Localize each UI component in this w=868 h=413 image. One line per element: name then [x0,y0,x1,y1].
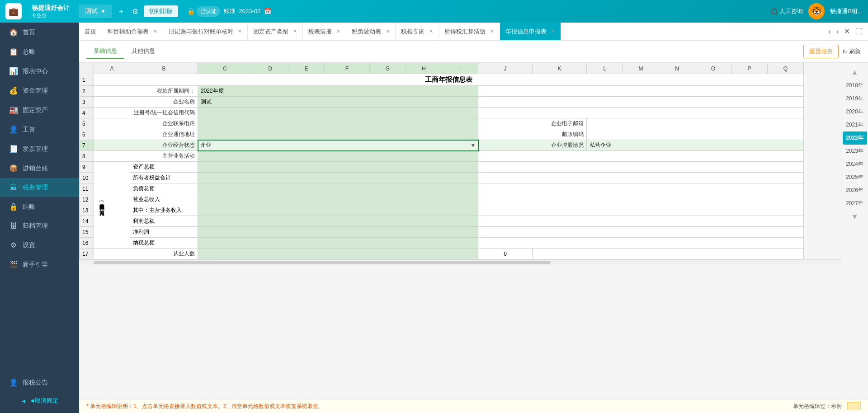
add-icon[interactable]: ＋ [116,5,127,18]
sidebar-item-finance[interactable]: 💰 资金管理 [0,81,79,100]
row13-value[interactable] [198,205,478,216]
row3-value[interactable]: 测试 [198,97,478,108]
service-btn[interactable]: 🎧 人工咨询 [770,7,803,15]
tab-home[interactable]: 首页 [79,23,102,40]
row7-dropdown-cell[interactable]: 开业 ▼ [198,140,478,151]
row15-value[interactable] [198,227,478,238]
tab-other[interactable]: 其他信息 [124,44,162,59]
tab-next-btn[interactable]: › [835,27,840,37]
tab-dropdown-arrow[interactable]: ▼ [100,8,106,14]
tab-close-tax_form[interactable]: ✕ [336,28,340,34]
sidebar-item-salary[interactable]: 👤 工资 [0,120,79,139]
row12-value[interactable] [198,194,478,205]
row5-email[interactable] [587,118,804,129]
year-item-2018年[interactable]: 2018年 [843,79,867,92]
tab-tax_change[interactable]: 税负波动表✕ [346,23,396,40]
col-header-b[interactable]: B [130,63,198,74]
spreadsheet-main[interactable]: A B C D E F G H I J K L [79,63,841,399]
col-header-p[interactable]: P [731,63,768,74]
tab-prev-btn[interactable]: ‹ [826,27,832,37]
sidebar-item-invoice[interactable]: 🧾 发票管理 [0,139,79,159]
row4-value[interactable] [198,108,478,118]
year-item-2025年[interactable]: 2025年 [843,171,867,184]
col-header-i[interactable]: I [442,63,478,74]
tab-journal[interactable]: 日记账与银行对账单核对✕ [163,23,248,40]
calendar-icon[interactable]: 📅 [264,8,271,14]
dropdown-arrow-icon[interactable]: ▼ [471,142,476,149]
row6-address[interactable] [198,129,478,140]
year-item-2026年[interactable]: 2026年 [843,184,867,197]
col-header-n[interactable]: N [659,63,695,74]
row5-phone[interactable] [198,118,478,129]
tab-tax_form[interactable]: 税表清册✕ [303,23,346,40]
sidebar-item-unknown[interactable]: 👤 报税公告 [0,373,79,392]
sidebar-item-settings[interactable]: ⚙ 设置 [0,235,79,255]
sidebar-item-close[interactable]: 🔒 结账 [0,197,79,216]
row7-control-value[interactable]: 私营企业 [587,140,804,151]
tab-aux[interactable]: 科目辅助余额表✕ [102,23,163,40]
row17-value[interactable] [198,249,478,259]
tab-annual[interactable]: 年报信息申报表✕ [500,23,561,40]
table-row[interactable]: 7 企业经营状态 开业 ▼ 企业控股情况 私营企业 [80,140,804,151]
tab-label-tax_change: 税负波动表 [352,28,381,36]
row16-value[interactable] [198,238,478,249]
pin-btn[interactable]: ◄ ◄取消固定 [0,392,79,409]
year-item-2027年[interactable]: 2027年 [843,197,867,210]
tab-close-tax_change[interactable]: ✕ [386,28,390,34]
col-header-g[interactable]: G [370,63,406,74]
current-tab[interactable]: 测试 ▼ [79,5,112,18]
row6-postal[interactable] [587,129,804,140]
sidebar-item-purchase[interactable]: 📦 进销台账 [0,159,79,178]
tab-basic[interactable]: 基础信息 [86,44,124,59]
tab-tax_expert[interactable]: 税检专家✕ [396,23,439,40]
row9-value[interactable] [198,162,478,173]
tab-fixed_assets[interactable]: 固定资产类别✕ [248,23,303,40]
year-item-2021年[interactable]: 2021年 [843,118,867,131]
row10-value[interactable] [198,173,478,183]
col-header-j[interactable]: J [478,63,533,74]
refresh-btn[interactable]: ↻ 刷新 [842,47,861,56]
row14-value[interactable] [198,216,478,227]
tab-close-fixed_assets[interactable]: ✕ [293,28,297,34]
col-header-m[interactable]: M [623,63,659,74]
year-item-2020年[interactable]: 2020年 [843,105,867,118]
reset-btn[interactable]: 重置报表 [803,45,839,58]
sidebar-item-guide[interactable]: 🎬 新手引导 [0,255,79,274]
col-header-l[interactable]: L [587,63,623,74]
col-header-f[interactable]: F [325,63,370,74]
tab-tax_calc[interactable]: 所得税汇算清缴✕ [439,23,500,40]
year-down-btn[interactable]: ▼ [849,211,860,223]
col-header-k[interactable]: K [533,63,587,74]
tab-close-aux[interactable]: ✕ [153,28,157,34]
year-up-btn[interactable]: ▲ [849,66,860,78]
col-header-h[interactable]: H [406,63,442,74]
sidebar-item-tax[interactable]: 🏛 税务管理 [0,178,79,197]
col-header-d[interactable]: D [252,63,288,74]
old-version-btn[interactable]: 切到旧版 [144,5,178,17]
settings-icon[interactable]: ⚙ [130,5,140,18]
year-item-2023年[interactable]: 2023年 [843,145,867,158]
col-header-c[interactable]: C [198,63,252,74]
tab-close-annual[interactable]: ✕ [551,28,555,34]
col-header-e[interactable]: E [288,63,325,74]
tab-close-all-btn[interactable]: ✕ [842,26,852,37]
tab-close-journal[interactable]: ✕ [238,28,242,34]
col-header-q[interactable]: Q [768,63,804,74]
col-header-a[interactable]: A [94,63,130,74]
row11-value[interactable] [198,183,478,194]
year-item-2019年[interactable]: 2019年 [843,92,867,105]
row6-postal-label: 邮政编码 [478,129,587,140]
tab-expand-btn[interactable]: ⛶ [854,27,864,37]
col-header-o[interactable]: O [695,63,731,74]
tab-close-tax_calc[interactable]: ✕ [490,28,494,34]
year-item-2022年[interactable]: 2022年 [843,131,867,145]
sidebar-item-archive[interactable]: 🗄 归档管理 [0,216,79,235]
row8-value[interactable] [198,151,478,162]
year-item-2024年[interactable]: 2024年 [843,158,867,171]
sidebar-item-ledger[interactable]: 📋 总账 [0,42,79,61]
sidebar-item-report[interactable]: 📊 报表中心 [0,61,79,81]
row2-value[interactable]: 2022年度 [198,86,478,97]
sidebar-item-fixed[interactable]: 🏭 固定资产 [0,100,79,120]
sidebar-item-home[interactable]: 🏠 首页 [0,23,79,42]
tab-close-tax_expert[interactable]: ✕ [429,28,433,34]
